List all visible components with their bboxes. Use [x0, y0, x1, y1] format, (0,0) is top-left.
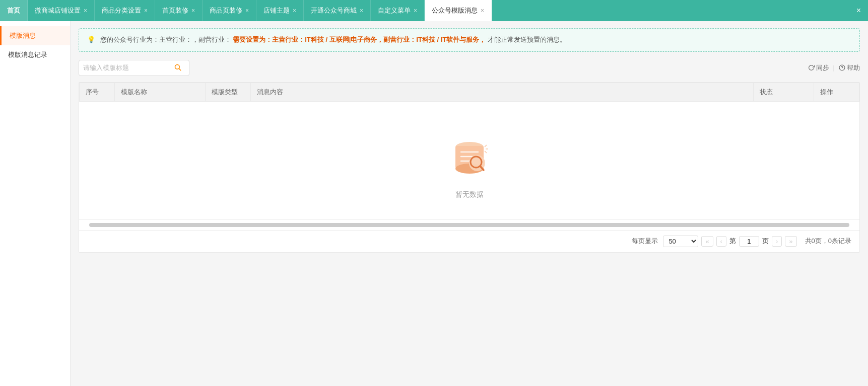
close-tab-custom-menu[interactable]: × — [414, 7, 417, 14]
first-page-button[interactable]: « — [701, 236, 713, 247]
page-size-select[interactable]: 10 20 50 100 — [663, 236, 698, 247]
sidebar-item-template-msg[interactable]: 模版消息 — [0, 26, 70, 45]
empty-row: 暂无数据 — [80, 101, 859, 219]
close-tab-shop-theme[interactable]: × — [293, 7, 296, 14]
empty-state: 暂无数据 — [80, 102, 859, 219]
empty-illustration — [444, 132, 495, 182]
col-header-status: 状态 — [754, 83, 814, 101]
svg-line-15 — [485, 151, 487, 153]
close-tab-wshop-setting[interactable]: × — [84, 7, 87, 14]
horizontal-scrollbar[interactable] — [79, 219, 859, 230]
page-size-label: 每页显示 — [632, 237, 658, 246]
page-label: 第 — [729, 237, 736, 246]
sidebar-item-template-record[interactable]: 模版消息记录 — [0, 45, 70, 64]
search-button[interactable] — [174, 63, 181, 72]
table-header-row: 序号 模版名称 模版类型 消息内容 状态 — [80, 83, 859, 101]
close-tab-product-decor[interactable]: × — [245, 7, 249, 14]
nav-tab-shop-theme[interactable]: 店铺主题 × — [256, 0, 304, 21]
notice-box: 💡 您的公众号行业为：主营行业：，副营行业： 需要设置为：主营行业：IT科技 /… — [79, 28, 860, 52]
search-bar: 同步 | 帮助 — [79, 60, 860, 76]
col-header-action: 操作 — [814, 83, 859, 101]
top-nav: 首页 微商城店铺设置 × 商品分类设置 × 首页装修 × 商品页装修 × 店铺主… — [0, 0, 868, 21]
close-tab-home-decor[interactable]: × — [191, 7, 195, 14]
col-header-content: 消息内容 — [251, 83, 754, 101]
scrollbar-thumb[interactable] — [89, 223, 849, 227]
close-all-button[interactable]: × — [849, 6, 868, 15]
nav-tab-category-setting[interactable]: 商品分类设置 × — [95, 0, 155, 21]
notice-icon: 💡 — [87, 36, 95, 43]
help-button[interactable]: 帮助 — [839, 63, 860, 72]
svg-line-13 — [485, 145, 487, 147]
total-info: 共0页，0条记录 — [805, 237, 851, 246]
col-header-name: 模版名称 — [115, 83, 206, 101]
col-header-seq: 序号 — [80, 83, 115, 101]
nav-tab-home[interactable]: 首页 — [0, 0, 28, 21]
close-tab-category-setting[interactable]: × — [144, 7, 148, 14]
nav-tab-product-decor[interactable]: 商品页装修 × — [203, 0, 256, 21]
toolbar-right: 同步 | 帮助 — [808, 63, 860, 72]
nav-tab-custom-menu[interactable]: 自定义菜单 × — [371, 0, 425, 21]
nav-tab-template-msg[interactable]: 公众号模版消息 × — [425, 0, 492, 21]
sync-button[interactable]: 同步 — [808, 63, 829, 72]
svg-line-1 — [179, 68, 181, 70]
prev-page-button[interactable]: ‹ — [716, 236, 726, 247]
close-tab-open-mall[interactable]: × — [360, 7, 363, 14]
page-input[interactable] — [739, 236, 759, 247]
last-page-button[interactable]: » — [785, 236, 796, 247]
next-page-button[interactable]: › — [772, 236, 782, 247]
table-container: 序号 模版名称 模版类型 消息内容 状态 — [79, 82, 860, 253]
col-header-type: 模版类型 — [206, 83, 251, 101]
nav-tab-wshop-setting[interactable]: 微商城店铺设置 × — [28, 0, 95, 21]
search-input[interactable] — [83, 64, 174, 71]
page-unit: 页 — [762, 237, 769, 246]
pagination: 每页显示 10 20 50 100 « ‹ 第 页 › — [79, 230, 859, 252]
toolbar-divider: | — [833, 64, 835, 71]
search-input-wrap — [79, 60, 189, 76]
sidebar: 模版消息 模版消息记录 — [0, 21, 71, 386]
close-tab-template-msg[interactable]: × — [481, 7, 484, 14]
svg-point-0 — [175, 64, 180, 69]
empty-text: 暂无数据 — [80, 190, 859, 199]
content-area: 💡 您的公众号行业为：主营行业：，副营行业： 需要设置为：主营行业：IT科技 /… — [71, 21, 868, 386]
nav-tab-open-mall[interactable]: 开通公众号商城 × — [304, 0, 371, 21]
main-layout: 模版消息 模版消息记录 💡 您的公众号行业为：主营行业：，副营行业： 需要设置为… — [0, 21, 868, 386]
nav-tab-home-decor[interactable]: 首页装修 × — [155, 0, 203, 21]
data-table: 序号 模版名称 模版类型 消息内容 状态 — [79, 83, 859, 219]
